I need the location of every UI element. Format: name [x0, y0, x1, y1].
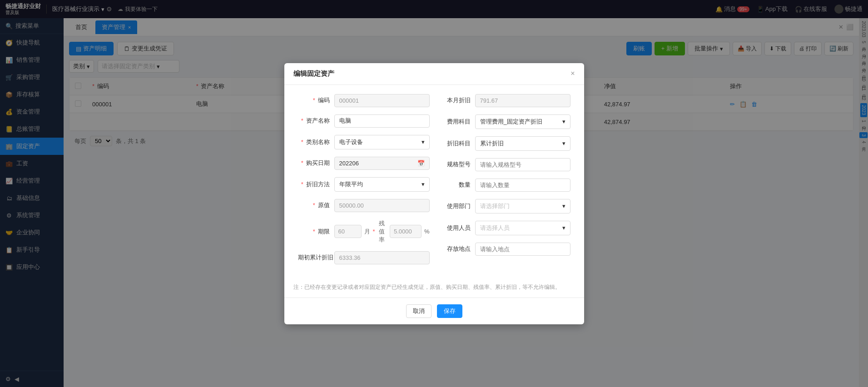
- asset-name-input[interactable]: [334, 114, 430, 128]
- modal-close-btn[interactable]: ×: [570, 69, 575, 78]
- person-select[interactable]: 请选择人员 ▾: [475, 221, 570, 235]
- department-select[interactable]: 请选择部门 ▾: [475, 199, 570, 213]
- field-depreciation-method: * 折旧方法 年限平均 ▾: [298, 177, 430, 192]
- edit-asset-modal: 编辑固定资产 × * 编码 * 资产名称: [284, 63, 584, 324]
- field-location: 存放地点: [439, 243, 570, 256]
- modal-overlay: 编辑固定资产 × * 编码 * 资产名称: [0, 0, 868, 387]
- field-quantity: 数量: [439, 179, 570, 192]
- modal-left-col: * 编码 * 资产名称 * 类别名称: [293, 94, 434, 272]
- category-select-input[interactable]: 电子设备 ▾: [334, 135, 430, 149]
- chevron-down-icon: ▾: [562, 203, 565, 209]
- modal-body: * 编码 * 资产名称 * 类别名称: [284, 85, 584, 281]
- modal-right-col: 本月折旧 费用科目 管理费用_固定资产折旧 ▾: [434, 94, 575, 272]
- chevron-down-icon: ▾: [562, 224, 565, 231]
- field-purchase-date: * 购买日期 202206 📅: [298, 157, 430, 170]
- field-original-value: * 原值: [298, 199, 430, 212]
- period-residual-inline: 月 * 残值率 %: [334, 219, 430, 244]
- field-monthly-depreciation: 本月折旧: [439, 94, 570, 107]
- cancel-btn[interactable]: 取消: [406, 304, 432, 318]
- modal-title: 编辑固定资产: [293, 69, 334, 78]
- field-person: 使用人员 请选择人员 ▾: [439, 221, 570, 235]
- chevron-down-icon: ▾: [422, 139, 425, 145]
- field-expense-subject: 费用科目 管理费用_固定资产折旧 ▾: [439, 114, 570, 129]
- depreciation-subject-select[interactable]: 累计折旧 ▾: [475, 136, 570, 151]
- field-code: * 编码: [298, 94, 430, 107]
- purchase-date-input[interactable]: 202206 📅: [334, 157, 430, 170]
- code-input[interactable]: [334, 94, 430, 107]
- chevron-down-icon: ▾: [422, 181, 425, 188]
- field-depreciation-subject: 折旧科目 累计折旧 ▾: [439, 136, 570, 151]
- initial-depreciation-input[interactable]: [334, 251, 430, 264]
- original-value-input[interactable]: [334, 199, 430, 212]
- modal-footer: 取消 保存: [284, 298, 584, 324]
- modal-header: 编辑固定资产 ×: [284, 63, 584, 85]
- quantity-input[interactable]: [475, 179, 570, 192]
- save-btn[interactable]: 保存: [437, 304, 462, 318]
- depreciation-method-select[interactable]: 年限平均 ▾: [334, 177, 430, 192]
- field-spec: 规格型号: [439, 158, 570, 171]
- modal-note: 注：已经存在变更记录或者对应固定资产已经生成凭证，原值、购买日期、残值率、累计折…: [284, 281, 584, 298]
- spec-input[interactable]: [475, 158, 570, 171]
- residual-rate-input[interactable]: [390, 225, 422, 238]
- period-input[interactable]: [334, 225, 362, 238]
- chevron-down-icon: ▾: [562, 140, 565, 147]
- calendar-icon: 📅: [417, 160, 425, 167]
- chevron-down-icon: ▾: [562, 118, 565, 125]
- field-category: * 类别名称 电子设备 ▾: [298, 135, 430, 149]
- monthly-depreciation-input: [475, 94, 570, 107]
- field-period-residual: * 期限 月 * 残值率 %: [298, 219, 430, 244]
- expense-subject-select[interactable]: 管理费用_固定资产折旧 ▾: [475, 114, 570, 129]
- field-department: 使用部门 请选择部门 ▾: [439, 199, 570, 213]
- field-asset-name: * 资产名称: [298, 114, 430, 128]
- field-initial-depreciation: 期初累计折旧: [298, 251, 430, 264]
- location-input[interactable]: [475, 243, 570, 256]
